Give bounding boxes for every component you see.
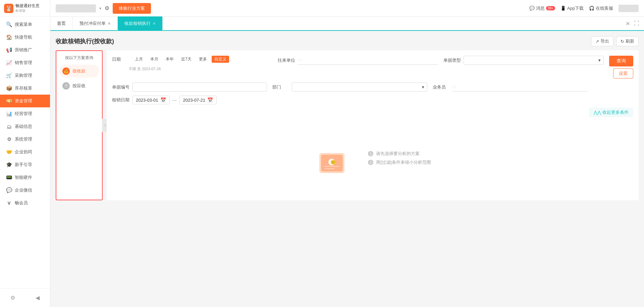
refresh-button[interactable]: ↻ 刷新: [616, 36, 639, 46]
date-tab-more[interactable]: 更多: [196, 56, 210, 63]
sidebar-label-collab: 企业协同: [15, 149, 32, 155]
empty-svg: 😕: [314, 141, 355, 175]
calendar-start-icon: 📅: [160, 97, 166, 103]
sidebar: 🐰 畅捷通好生意 标准版 🔍 搜索菜单 🏠 快捷导航 📢 营销推广 📈 销售管理…: [0, 0, 50, 307]
date-tab-this-year[interactable]: 本年: [163, 56, 176, 63]
sidebar-item-operation[interactable]: 📊 经营管理: [0, 107, 50, 120]
empty-illustration: 😕: [314, 141, 355, 175]
page-content: 收款核销执行(按收款) ↗ 导出 ↻ 刷新 按以下方案查询 💰 按收款: [50, 31, 644, 307]
calendar-end-icon: 📅: [207, 97, 213, 103]
receivable-icon: ⏱: [62, 82, 70, 90]
filter-row-2: 单据编号 部门 ▾ 业务员 ···: [112, 83, 633, 92]
main-wrapper: ▾ ⚙ 体验行业方案 💬 消息 99+ 📱 App下载 🎧 在线客服 首页: [50, 0, 644, 307]
filter-by-receipt[interactable]: 💰 按收款: [59, 65, 99, 78]
sidebar-item-hardware[interactable]: 📟 智能硬件: [0, 171, 50, 184]
date-tab-this-month[interactable]: 本月: [148, 56, 161, 63]
marketing-icon: 📢: [6, 47, 12, 53]
sidebar-label-basic: 基础信息: [15, 123, 32, 130]
counterparty-dots-btn[interactable]: ···: [298, 57, 302, 63]
settings-icon[interactable]: ⚙: [8, 292, 18, 304]
dept-label: 部门: [272, 84, 289, 90]
sidebar-item-system[interactable]: ⚙ 系统管理: [0, 133, 50, 146]
page-header: 收款核销执行(按收款) ↗ 导出 ↻ 刷新: [56, 36, 639, 46]
date-tab-last-month[interactable]: 上月: [132, 56, 146, 63]
sidebar-label-wechat: 企业微信: [15, 187, 32, 193]
tab-receipt-close-icon[interactable]: ✕: [153, 21, 156, 26]
dropdown-arrow-icon[interactable]: ▾: [99, 6, 101, 11]
app-edition: 标准版: [15, 8, 40, 13]
collapse-more-section: ⋀⋀ 收起更多条件: [112, 108, 633, 117]
salesman-dots-btn[interactable]: ···: [452, 84, 457, 90]
collapse-more-button[interactable]: ⋀⋀ 收起更多条件: [589, 108, 633, 117]
app-download-button[interactable]: 📱 App下载: [560, 5, 584, 11]
sidebar-item-sales[interactable]: 📈 销售管理: [0, 56, 50, 69]
verify-date-end-input[interactable]: 2023-07-21 📅: [179, 96, 217, 104]
settings-gear-icon[interactable]: ⚙: [105, 5, 109, 11]
settings-button[interactable]: 设置: [613, 68, 633, 79]
sidebar-item-purchase[interactable]: 🛒 采购管理: [0, 69, 50, 82]
sidebar-label-system: 系统管理: [15, 136, 32, 142]
search-icon: 🔍: [6, 21, 12, 28]
online-service-label: 在线客服: [596, 5, 613, 11]
sidebar-label-operation: 经营管理: [15, 111, 32, 117]
sidebar-item-shortcut[interactable]: 🏠 快捷导航: [0, 31, 50, 44]
filter-by-receivable[interactable]: ⏱ 按应收: [59, 80, 99, 92]
sidebar-item-finance[interactable]: 💴 资金管理: [0, 95, 50, 107]
bill-type-select[interactable]: ▾: [464, 56, 604, 65]
sidebar-item-wechat[interactable]: 💬 企业微信: [0, 184, 50, 197]
date-tabs: 上月 本月 本年 近7天 更多 自定义: [132, 56, 229, 63]
step1-num: 1: [368, 151, 373, 156]
tab-prepay-close-icon[interactable]: ✕: [108, 21, 111, 26]
sidebar-label-purchase: 采购管理: [15, 72, 32, 79]
sidebar-item-inventory[interactable]: 📦 库存核算: [0, 82, 50, 95]
verify-date-start-input[interactable]: 2023-03-01 📅: [132, 96, 170, 104]
solution-button[interactable]: 体验行业方案: [113, 3, 151, 14]
verify-date-end-value: 2023-07-21: [183, 98, 206, 103]
empty-text-block: 1 请先选择要分析的方案 2 用[过滤]条件来缩小分析范围: [368, 151, 431, 165]
user-avatar[interactable]: [619, 5, 639, 12]
sidebar-label-guide: 新手引导: [15, 162, 32, 168]
date-filter-row: 日期 上月 本月 本年 近7天 更多 自定义 不限 至 2023-07-26: [112, 56, 272, 71]
sidebar-logo: 🐰 畅捷通好生意 标准版: [0, 0, 50, 17]
export-icon: ↗: [595, 39, 599, 44]
sidebar-label-search: 搜索菜单: [15, 21, 32, 28]
headset-icon: 🎧: [589, 6, 594, 11]
counterparty-label: 往来单位: [278, 57, 295, 63]
panel-collapse-button[interactable]: 《: [102, 119, 107, 132]
topbar-brand: [56, 4, 96, 12]
bill-no-label: 单据编号: [112, 84, 129, 90]
tab-receipt-label: 收款核销执行: [124, 20, 151, 27]
query-actions: 查询 设置: [609, 56, 633, 79]
sidebar-item-basic[interactable]: 🗂 基础信息: [0, 120, 50, 133]
bill-type-filter: 单据类型 ▾: [443, 56, 604, 65]
sidebar-item-search[interactable]: 🔍 搜索菜单: [0, 18, 50, 31]
bill-no-input[interactable]: [132, 83, 267, 92]
wechat-icon: 💬: [6, 187, 12, 193]
sidebar-item-guide[interactable]: 🎓 新手引导: [0, 158, 50, 171]
sidebar-item-collab[interactable]: 🤝 企业协同: [0, 146, 50, 158]
query-button[interactable]: 查询: [609, 56, 633, 66]
message-button[interactable]: 💬 消息 99+: [529, 5, 555, 11]
sidebar-label-hardware: 智能硬件: [15, 174, 32, 181]
maximize-icon[interactable]: ⛶: [633, 19, 641, 28]
topbar-left: ▾ ⚙ 体验行业方案: [56, 3, 151, 14]
sidebar-item-marketing[interactable]: 📢 营销推广: [0, 44, 50, 56]
dept-filter: 部门 ▾: [272, 83, 427, 92]
tab-home-label: 首页: [57, 20, 66, 27]
date-limit-text: 不限 至 2023-07-26: [129, 67, 161, 71]
close-tab-icon[interactable]: ✕: [624, 19, 631, 28]
chevron-up-icon: ⋀⋀: [594, 110, 601, 115]
date-tab-7days[interactable]: 近7天: [178, 56, 194, 63]
collapse-sidebar-icon[interactable]: ◀: [33, 292, 42, 304]
online-service-button[interactable]: 🎧 在线客服: [589, 5, 613, 11]
dept-select[interactable]: ▾: [292, 83, 427, 92]
tab-receipt[interactable]: 收款核销执行 ✕: [118, 16, 163, 31]
custom-date-tag[interactable]: 自定义: [212, 56, 229, 63]
tab-home[interactable]: 首页: [50, 16, 73, 31]
chevron-down-icon: ▾: [598, 58, 601, 63]
hardware-icon: 📟: [6, 174, 12, 181]
sidebar-item-vip[interactable]: V 畅会员: [0, 197, 50, 209]
sales-icon: 📈: [6, 60, 12, 66]
tab-prepay[interactable]: 预付冲应付单 ✕: [73, 16, 118, 31]
export-button[interactable]: ↗ 导出: [591, 36, 613, 46]
